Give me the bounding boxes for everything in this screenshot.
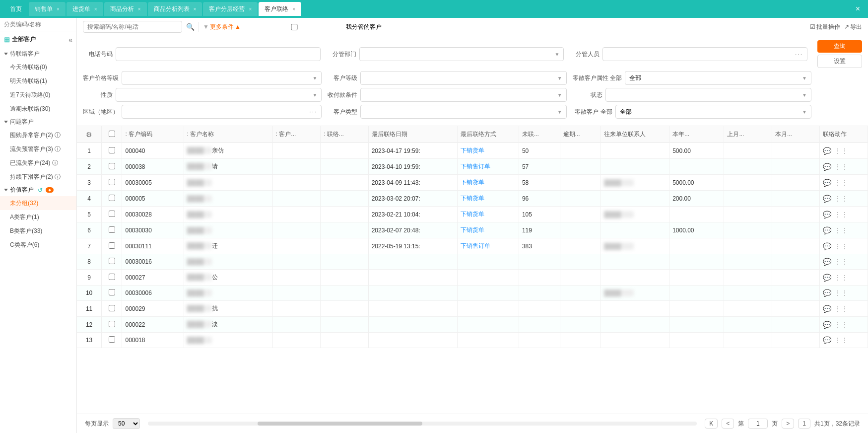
col-header-name[interactable]: : 客户名称 [184,126,272,143]
tab-product-analysis[interactable]: 商品分析 × [104,2,147,16]
cell-checkbox[interactable] [102,333,122,348]
customer-type-select[interactable]: ▼ [360,105,566,119]
more-action-icon[interactable]: ⋮⋮ [834,321,848,329]
cell-checkbox[interactable] [102,270,122,286]
last-page-button[interactable]: 1 [798,419,810,429]
reset-button[interactable]: 设置 [817,55,862,68]
batch-ops-button[interactable]: ☑ 批量操作 [810,23,840,31]
cell-checkbox[interactable] [102,301,122,317]
close-tab-purchase[interactable]: × [94,6,97,12]
row-checkbox[interactable] [109,147,115,153]
page-number-input[interactable] [748,419,768,429]
col-header-type[interactable]: : 客户... [272,126,320,143]
select-all-checkbox[interactable] [109,131,115,137]
retail-attr-select[interactable]: 全部 ▼ [625,71,811,85]
row-checkbox[interactable] [109,336,115,343]
contact-method-link[interactable]: 下销货单 [461,195,484,202]
sidebar-item-7days-pending[interactable]: 近7天待联络(0) [0,88,76,102]
col-header-lastmonth[interactable]: 上月... [724,126,772,143]
dept-select[interactable]: ▼ [359,47,564,61]
sidebar-item-class-b[interactable]: B类客户(33) [0,224,76,238]
search-button-main[interactable]: 查询 [817,40,862,53]
row-checkbox[interactable] [109,242,115,249]
cell-checkbox[interactable] [102,254,122,270]
contact-icon[interactable]: 💬 [823,147,831,155]
contact-icon[interactable]: 💬 [823,163,831,171]
sidebar-item-overdue-pending[interactable]: 逾期未联络(30) [0,102,76,116]
sidebar-item-class-c[interactable]: C类客户(6) [0,238,76,252]
section-pending-contact[interactable]: 待联络客户 [0,48,76,60]
contact-icon[interactable]: 💬 [823,226,831,234]
cell-last-contact-method[interactable]: 下销货单 [457,222,519,238]
col-header-thismonth[interactable]: 本月... [772,126,819,143]
row-checkbox[interactable] [109,226,115,233]
close-tab-customer-segment[interactable]: × [249,6,252,12]
sidebar-item-churn-warning[interactable]: 流失预警客户(3) ⓘ [0,142,76,156]
contact-icon[interactable]: 💬 [823,305,831,313]
refresh-icon[interactable]: ↺ [38,187,43,194]
more-action-icon[interactable]: ⋮⋮ [834,242,848,250]
contact-method-link[interactable]: 下销货单 [461,179,484,186]
more-conditions-button[interactable]: ▼ 更多条件 ▲ [203,23,241,31]
section-value-customers[interactable]: 价值客户 ↺ ● [0,184,76,196]
sidebar-item-declining[interactable]: 持续下滑客户(2) ⓘ [0,170,76,184]
cell-last-contact-method[interactable]: 下销货单 [457,207,519,222]
col-header-thisyear[interactable]: 本年... [669,126,724,143]
contact-icon[interactable]: 💬 [823,195,831,203]
cell-last-contact-method[interactable]: 下销售订单 [457,159,519,175]
retail-all-select[interactable]: 全部 ▼ [615,105,811,119]
cell-checkbox[interactable] [102,286,122,301]
cell-last-contact-method[interactable] [457,333,519,348]
col-header-partner[interactable]: 往来单位联系人 [601,126,669,143]
nature-select[interactable]: ▼ [116,88,322,102]
customer-grade-select[interactable]: ▼ [360,71,566,85]
export-button[interactable]: ↗ 导出 [844,23,862,31]
more-action-icon[interactable]: ⋮⋮ [834,147,848,155]
cell-last-contact-method[interactable]: 下销售订单 [457,238,519,254]
row-checkbox[interactable] [109,321,115,327]
cell-checkbox[interactable] [102,207,122,222]
my-customers-check[interactable] [245,24,344,30]
contact-method-link[interactable]: 下销货单 [461,226,484,233]
more-action-icon[interactable]: ⋮⋮ [834,226,848,234]
payment-select[interactable]: ▼ [360,88,566,102]
tab-product-analysis-list[interactable]: 商品分析列表 × [148,2,202,16]
more-action-icon[interactable]: ⋮⋮ [834,211,848,218]
col-header-date[interactable]: 最后联络日期 [368,126,457,143]
contact-method-link[interactable]: 下销货单 [461,211,484,217]
more-action-icon[interactable]: ⋮⋮ [834,274,848,282]
sidebar-all-customers[interactable]: ⊞ 全部客户 « [0,31,76,48]
contact-icon[interactable]: 💬 [823,211,831,218]
more-action-icon[interactable]: ⋮⋮ [834,336,848,344]
page-size-select[interactable]: 50 100 200 [113,418,140,429]
cell-last-contact-method[interactable] [457,317,519,333]
tab-customer-contact[interactable]: 客户联络 × [259,2,301,16]
row-checkbox[interactable] [109,195,115,201]
tab-purchase-order[interactable]: 进货单 × [67,2,103,16]
my-customers-checkbox[interactable]: 我分管的客户 [245,23,382,31]
close-tab-product-analysis[interactable]: × [138,6,141,12]
contact-method-link[interactable]: 下销售订单 [461,163,490,170]
col-header-code[interactable]: : 客户编码 [122,126,184,143]
cell-last-contact-method[interactable] [457,286,519,301]
price-grade-select[interactable]: ▼ [122,71,322,85]
more-action-icon[interactable]: ⋮⋮ [834,195,848,203]
cell-checkbox[interactable] [102,238,122,254]
row-checkbox[interactable] [109,289,115,295]
contact-icon[interactable]: 💬 [823,242,831,250]
row-checkbox[interactable] [109,258,115,264]
cell-checkbox[interactable] [102,143,122,159]
search-input[interactable] [83,21,182,33]
tab-home[interactable]: 首页 [4,2,28,16]
cell-checkbox[interactable] [102,317,122,333]
col-header-overdue[interactable]: 逾期... [560,126,601,143]
close-window-button[interactable]: × [852,4,864,13]
tab-sales-order[interactable]: 销售单 × [29,2,66,16]
cell-checkbox[interactable] [102,222,122,238]
cell-last-contact-method[interactable]: 下销货单 [457,191,519,207]
cell-checkbox[interactable] [102,175,122,191]
sidebar-item-hoarding-abnormal[interactable]: 囤购异常客户(2) ⓘ [0,128,76,142]
contact-icon[interactable]: 💬 [823,258,831,266]
first-page-button[interactable]: K [705,419,718,429]
more-action-icon[interactable]: ⋮⋮ [834,179,848,187]
